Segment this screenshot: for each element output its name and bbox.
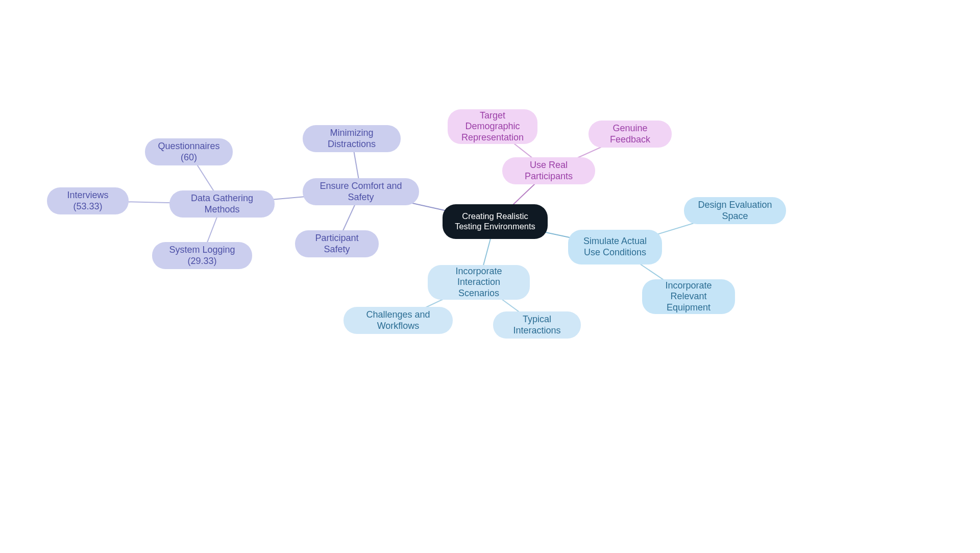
node-questionnaires[interactable]: Questionnaires (60) (145, 138, 233, 165)
node-data_methods[interactable]: Data Gathering Methods (169, 190, 275, 218)
node-label: Data Gathering Methods (179, 193, 265, 215)
node-label: Simulate Actual Use Conditions (577, 236, 653, 258)
node-label: Use Real Participants (511, 160, 586, 182)
node-equipment[interactable]: Incorporate Relevant Equipment (642, 279, 735, 314)
node-label: Target Demographic Representation (457, 110, 528, 143)
node-distractions[interactable]: Minimizing Distractions (303, 125, 401, 152)
node-label: Design Evaluation Space (693, 200, 777, 222)
node-challenges[interactable]: Challenges and Workflows (344, 307, 453, 334)
node-typical[interactable]: Typical Interactions (493, 311, 581, 339)
node-label: Incorporate Interaction Scenarios (437, 266, 521, 299)
node-label: Minimizing Distractions (312, 128, 391, 150)
node-use_real[interactable]: Use Real Participants (502, 157, 595, 184)
node-label: Interviews (53.33) (56, 190, 119, 212)
node-label: Participant Safety (304, 233, 370, 255)
node-central[interactable]: Creating Realistic Testing Environments (443, 204, 548, 239)
node-label: Questionnaires (60) (154, 141, 224, 163)
node-label: Typical Interactions (502, 314, 572, 336)
node-simulate[interactable]: Simulate Actual Use Conditions (568, 230, 662, 265)
node-label: System Logging (29.33) (161, 245, 243, 267)
node-label: Genuine Feedback (598, 123, 663, 145)
node-syslog[interactable]: System Logging (29.33) (152, 242, 252, 269)
node-safety[interactable]: Participant Safety (295, 230, 379, 257)
node-label: Incorporate Relevant Equipment (651, 280, 726, 314)
node-label: Creating Realistic Testing Environments (452, 211, 538, 232)
node-design_eval[interactable]: Design Evaluation Space (684, 197, 786, 224)
node-genuine[interactable]: Genuine Feedback (589, 121, 672, 148)
node-interviews[interactable]: Interviews (53.33) (47, 187, 129, 214)
node-scenarios[interactable]: Incorporate Interaction Scenarios (428, 265, 530, 300)
node-comfort[interactable]: Ensure Comfort and Safety (303, 178, 419, 205)
node-label: Ensure Comfort and Safety (312, 181, 410, 203)
node-label: Challenges and Workflows (353, 309, 444, 331)
node-target_demo[interactable]: Target Demographic Representation (448, 109, 537, 144)
